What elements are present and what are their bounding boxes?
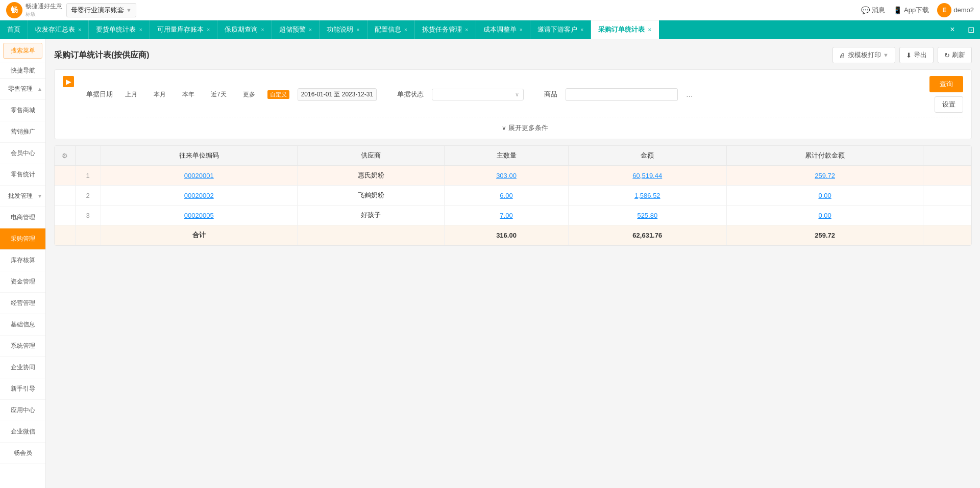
workspace-arrow-icon: ▼ [126, 7, 132, 13]
tab-inventory-ledger[interactable]: 可用量库存账本 × [150, 20, 217, 39]
restore-window-button[interactable]: ⊡ [962, 20, 980, 39]
footer-supplier-cell [298, 225, 445, 245]
tab-config-info-close[interactable]: × [404, 27, 407, 33]
sidebar-item-retail-stats[interactable]: 零售统计 [0, 164, 45, 186]
tab-pick-task[interactable]: 拣货任务管理 × [415, 20, 476, 39]
table-settings-icon[interactable]: ⚙ [62, 152, 68, 160]
footer-label: 合计 [192, 231, 206, 239]
row2-unit-code-link[interactable]: 00020002 [184, 192, 214, 199]
sidebar-item-retail-shop-label: 零售商城 [3, 106, 42, 115]
status-select[interactable]: ∨ [432, 89, 524, 100]
tab-purchase-stats-close[interactable]: × [648, 27, 651, 33]
app-download-action[interactable]: 📱 App下载 [893, 6, 929, 15]
tab-warranty-query-close[interactable]: × [261, 27, 264, 33]
query-button[interactable]: 查询 [929, 76, 963, 92]
sidebar-item-ops-mgmt[interactable]: 经营管理 [0, 293, 45, 314]
tab-goods-stats-close[interactable]: × [139, 27, 142, 33]
tab-func-desc[interactable]: 功能说明 × [320, 20, 367, 39]
row3-amount-link[interactable]: 525.80 [637, 212, 657, 219]
tab-receive-send[interactable]: 收发存汇总表 × [28, 20, 89, 39]
user-action[interactable]: E demo2 [937, 3, 974, 17]
row1-unit-code-link[interactable]: 00020001 [184, 172, 214, 179]
row2-paid-amount: 0.00 [726, 186, 923, 206]
date-shortcut-more[interactable]: 更多 [239, 89, 259, 100]
row1-paid-amount-link[interactable]: 259.72 [815, 172, 835, 179]
sidebar-item-app-center[interactable]: 应用中心 [0, 400, 45, 421]
row1-quantity-link[interactable]: 303.00 [496, 172, 517, 179]
tab-config-info[interactable]: 配置信息 × [368, 20, 415, 39]
sidebar-item-member-center[interactable]: 会员中心 [0, 143, 45, 164]
sidebar-item-basic-info[interactable]: 基础信息 [0, 314, 45, 336]
footer-paid-amount-cell: 259.72 [726, 225, 923, 245]
tab-func-desc-close[interactable]: × [356, 27, 359, 33]
row3-extra [923, 206, 971, 225]
tab-home[interactable]: 首页 [0, 20, 28, 39]
goods-ellipsis-icon[interactable]: ... [686, 90, 693, 99]
tab-inventory-ledger-label: 可用量库存账本 [157, 25, 204, 34]
status-arrow-icon: ∨ [515, 91, 519, 98]
sidebar-item-ecommerce[interactable]: 电商管理 [0, 207, 45, 228]
sidebar-item-purchase-mgmt[interactable]: 采购管理 [0, 228, 45, 250]
tab-invite-downstream-close[interactable]: × [580, 27, 583, 33]
logo-icon: 畅 [6, 2, 22, 18]
refresh-label: 刷新 [952, 50, 965, 60]
goods-input[interactable] [566, 88, 678, 101]
row2-quantity-link[interactable]: 6.00 [500, 192, 512, 199]
row2-amount-link[interactable]: 1,586.52 [634, 192, 660, 199]
row2-paid-amount-link[interactable]: 0.00 [818, 192, 831, 199]
sidebar-item-inventory-check[interactable]: 库存核算 [0, 250, 45, 271]
print-button[interactable]: 🖨 按模板打印 ▼ [832, 47, 895, 63]
sidebar-item-corp-wechat[interactable]: 企业微信 [0, 421, 45, 443]
sidebar-item-vip-member[interactable]: 畅会员 [0, 443, 45, 464]
table-row: 3 00020005 好孩子 7.00 525.80 0.00 [55, 206, 971, 225]
row3-unit-code-link[interactable]: 00020005 [184, 212, 214, 219]
sidebar-item-marketing[interactable]: 营销推广 [0, 121, 45, 143]
sidebar-item-marketing-label: 营销推广 [3, 127, 42, 136]
tab-invite-downstream-label: 邀请下游客户 [537, 25, 577, 34]
tab-pick-task-close[interactable]: × [465, 27, 468, 33]
tab-goods-stats[interactable]: 要货单统计表 × [89, 20, 150, 39]
close-all-tabs-button[interactable]: × [943, 20, 962, 39]
shortcut-nav-button[interactable]: 快捷导航 [0, 63, 45, 79]
date-shortcut-7days[interactable]: 近7天 [207, 89, 231, 100]
export-button[interactable]: ⬇ 导出 [899, 47, 934, 63]
footer-quantity: 316.00 [496, 232, 517, 239]
sidebar-item-new-guide[interactable]: 新手引导 [0, 378, 45, 400]
sidebar-item-sys-mgmt[interactable]: 系统管理 [0, 336, 45, 357]
sidebar-item-wholesale-mgmt[interactable]: 批发管理 ▼ [0, 186, 45, 207]
app-download-label: App下载 [904, 6, 929, 15]
tab-inventory-ledger-close[interactable]: × [207, 27, 210, 33]
tab-over-stock-close[interactable]: × [309, 27, 312, 33]
sidebar-item-corp-collab[interactable]: 企业协同 [0, 357, 45, 378]
date-shortcut-this-year[interactable]: 本年 [178, 89, 199, 100]
nav-right-controls: × ⊡ [943, 20, 980, 39]
expand-more-button[interactable]: ∨ 展开更多条件 [86, 123, 963, 133]
table-row: 1 00020001 惠氏奶粉 303.00 60,519.44 259.72 [55, 166, 971, 186]
row3-paid-amount-link[interactable]: 0.00 [818, 212, 831, 219]
row3-supplier: 好孩子 [298, 206, 445, 225]
date-shortcut-this-month[interactable]: 本月 [150, 89, 170, 100]
tab-goods-stats-label: 要货单统计表 [96, 25, 136, 34]
row1-amount-link[interactable]: 60,519.44 [632, 172, 662, 179]
date-range-display[interactable]: 2016-01-01 至 2023-12-31 [298, 88, 377, 101]
sidebar-item-retail-shop[interactable]: 零售商城 [0, 100, 45, 121]
workspace-selector[interactable]: 母婴行业演示账套 ▼ [66, 3, 136, 17]
filter-toggle-button[interactable]: ▶ [63, 76, 74, 87]
refresh-button[interactable]: ↻ 刷新 [938, 47, 972, 63]
sidebar-item-retail-mgmt[interactable]: 零售管理 ▲ [0, 79, 45, 100]
row1-quantity: 303.00 [445, 166, 568, 186]
row3-quantity-link[interactable]: 7.00 [500, 212, 512, 219]
tab-invite-downstream[interactable]: 邀请下游客户 × [530, 20, 591, 39]
tab-cost-adjust-close[interactable]: × [520, 27, 523, 33]
search-menu-button[interactable]: 搜索菜单 [3, 43, 42, 59]
col-amount-header: 金额 [568, 146, 726, 166]
settings-button[interactable]: 设置 [935, 96, 963, 113]
tab-receive-send-close[interactable]: × [78, 27, 81, 33]
tab-purchase-stats[interactable]: 采购订单统计表 × [591, 20, 658, 39]
tab-over-stock[interactable]: 超储预警 × [272, 20, 320, 39]
tab-warranty-query[interactable]: 保质期查询 × [217, 20, 272, 39]
date-shortcut-last-month[interactable]: 上月 [121, 89, 141, 100]
message-action[interactable]: 💬 消息 [861, 6, 885, 15]
tab-cost-adjust[interactable]: 成本调整单 × [476, 20, 530, 39]
sidebar-item-finance-mgmt[interactable]: 资金管理 [0, 271, 45, 293]
